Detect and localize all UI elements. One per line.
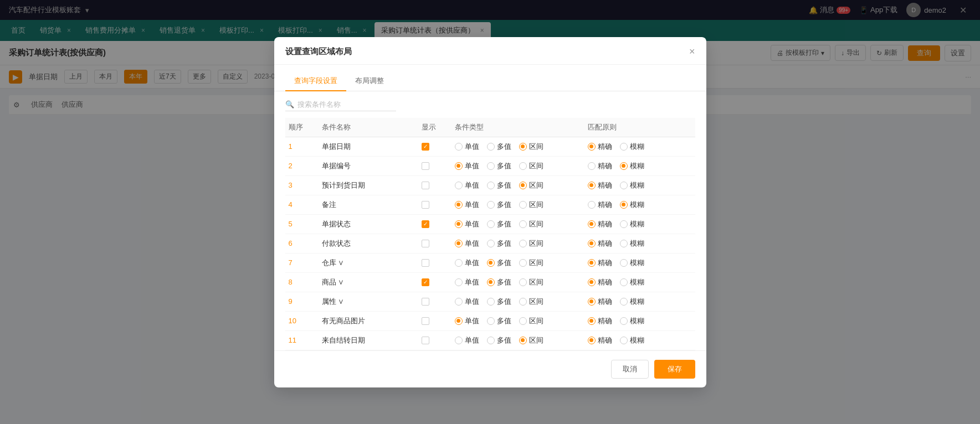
save-button[interactable]: 保存 [654, 360, 695, 379]
display-checkbox[interactable] [422, 298, 429, 306]
dialog-tab-query-fields[interactable]: 查询字段设置 [285, 71, 346, 91]
row-display[interactable] [418, 259, 451, 267]
match-radio-match_fuzzy[interactable]: 模糊 [620, 200, 644, 210]
search-box: 🔍 [285, 98, 396, 111]
type-radio-type_range[interactable]: 区间 [519, 335, 543, 345]
table-row: 10有无商品图片单值多值区间精确模糊 [285, 312, 695, 331]
row-display[interactable] [418, 298, 451, 306]
type-radio-type_multi[interactable]: 多值 [487, 316, 511, 326]
radio-circle [455, 259, 463, 267]
display-checkbox[interactable] [422, 337, 429, 344]
row-display[interactable] [418, 317, 451, 325]
row-order: 3 [285, 181, 319, 189]
type-radio-type_multi[interactable]: 多值 [487, 277, 511, 287]
col-name-header: 条件名称 [319, 122, 418, 132]
type-radio-type_single[interactable]: 单值 [455, 219, 479, 229]
row-display[interactable] [418, 162, 451, 170]
row-display[interactable] [418, 220, 451, 228]
row-type: 单值多值区间 [451, 142, 584, 152]
type-radio-type_multi[interactable]: 多值 [487, 180, 511, 190]
type-radio-type_range[interactable]: 区间 [519, 200, 543, 210]
type-radio-type_range[interactable]: 区间 [519, 161, 543, 171]
display-checkbox[interactable] [422, 201, 429, 209]
row-display[interactable] [418, 337, 451, 344]
display-checkbox[interactable] [422, 259, 429, 267]
type-radio-type_range[interactable]: 区间 [519, 142, 543, 152]
row-type: 单值多值区间 [451, 277, 584, 287]
type-radio-type_single[interactable]: 单值 [455, 277, 479, 287]
match-radio-match_exact[interactable]: 精确 [588, 200, 612, 210]
match-radio-match_fuzzy[interactable]: 模糊 [620, 277, 644, 287]
type-radio-type_range[interactable]: 区间 [519, 219, 543, 229]
match-radio-match_fuzzy[interactable]: 模糊 [620, 142, 644, 152]
radio-circle [487, 259, 495, 267]
type-radio-type_multi[interactable]: 多值 [487, 335, 511, 345]
type-radio-type_single[interactable]: 单值 [455, 297, 479, 307]
row-display[interactable] [418, 143, 451, 151]
col-order-header: 顺序 [285, 122, 319, 132]
type-radio-type_single[interactable]: 单值 [455, 180, 479, 190]
display-checkbox[interactable] [422, 143, 429, 151]
row-match: 精确模糊 [584, 180, 695, 190]
display-checkbox[interactable] [422, 240, 429, 247]
display-checkbox[interactable] [422, 278, 429, 286]
match-radio-match_fuzzy[interactable]: 模糊 [620, 335, 644, 345]
match-radio-match_fuzzy[interactable]: 模糊 [620, 239, 644, 249]
search-input[interactable] [297, 100, 386, 108]
type-radio-type_single[interactable]: 单值 [455, 239, 479, 249]
cancel-button[interactable]: 取消 [611, 360, 649, 379]
match-radio-match_fuzzy[interactable]: 模糊 [620, 161, 644, 171]
match-radio-match_exact[interactable]: 精确 [588, 161, 612, 171]
type-radio-type_range[interactable]: 区间 [519, 316, 543, 326]
match-radio-match_exact[interactable]: 精确 [588, 219, 612, 229]
match-radio-match_exact[interactable]: 精确 [588, 258, 612, 268]
row-match: 精确模糊 [584, 316, 695, 326]
match-radio-match_exact[interactable]: 精确 [588, 277, 612, 287]
type-radio-type_single[interactable]: 单值 [455, 258, 479, 268]
type-radio-type_single[interactable]: 单值 [455, 142, 479, 152]
type-radio-type_single[interactable]: 单值 [455, 200, 479, 210]
type-radio-type_single[interactable]: 单值 [455, 316, 479, 326]
type-radio-type_multi[interactable]: 多值 [487, 297, 511, 307]
match-radio-match_exact[interactable]: 精确 [588, 180, 612, 190]
match-radio-match_exact[interactable]: 精确 [588, 335, 612, 345]
type-radio-type_multi[interactable]: 多值 [487, 219, 511, 229]
type-radio-type_single[interactable]: 单值 [455, 161, 479, 171]
dialog-tab-layout-adjust[interactable]: 布局调整 [346, 71, 393, 91]
type-radio-type_multi[interactable]: 多值 [487, 161, 511, 171]
type-radio-type_range[interactable]: 区间 [519, 297, 543, 307]
match-radio-match_exact[interactable]: 精确 [588, 297, 612, 307]
type-radio-type_multi[interactable]: 多值 [487, 200, 511, 210]
match-radio-match_fuzzy[interactable]: 模糊 [620, 219, 644, 229]
row-display[interactable] [418, 278, 451, 286]
dialog-close-button[interactable]: × [689, 46, 695, 58]
col-type-header: 条件类型 [451, 122, 584, 132]
match-radio-match_fuzzy[interactable]: 模糊 [620, 297, 644, 307]
match-radio-match_fuzzy[interactable]: 模糊 [620, 316, 644, 326]
type-radio-type_range[interactable]: 区间 [519, 180, 543, 190]
type-radio-type_range[interactable]: 区间 [519, 277, 543, 287]
type-radio-type_range[interactable]: 区间 [519, 239, 543, 249]
radio-circle [487, 201, 495, 209]
match-radio-match_exact[interactable]: 精确 [588, 239, 612, 249]
type-radio-type_single[interactable]: 单值 [455, 335, 479, 345]
type-radio-type_multi[interactable]: 多值 [487, 258, 511, 268]
type-radio-type_multi[interactable]: 多值 [487, 142, 511, 152]
row-display[interactable] [418, 201, 451, 209]
table-row: 5单据状态单值多值区间精确模糊 [285, 215, 695, 234]
match-radio-match_fuzzy[interactable]: 模糊 [620, 180, 644, 190]
type-radio-type_multi[interactable]: 多值 [487, 239, 511, 249]
row-display[interactable] [418, 240, 451, 247]
radio-circle [588, 259, 596, 267]
display-checkbox[interactable] [422, 317, 429, 325]
match-radio-match_exact[interactable]: 精确 [588, 142, 612, 152]
row-order: 6 [285, 239, 319, 247]
match-radio-match_exact[interactable]: 精确 [588, 316, 612, 326]
match-radio-match_fuzzy[interactable]: 模糊 [620, 258, 644, 268]
row-type: 单值多值区间 [451, 219, 584, 229]
display-checkbox[interactable] [422, 220, 429, 228]
type-radio-type_range[interactable]: 区间 [519, 258, 543, 268]
row-display[interactable] [418, 182, 451, 189]
display-checkbox[interactable] [422, 162, 429, 170]
display-checkbox[interactable] [422, 182, 429, 189]
